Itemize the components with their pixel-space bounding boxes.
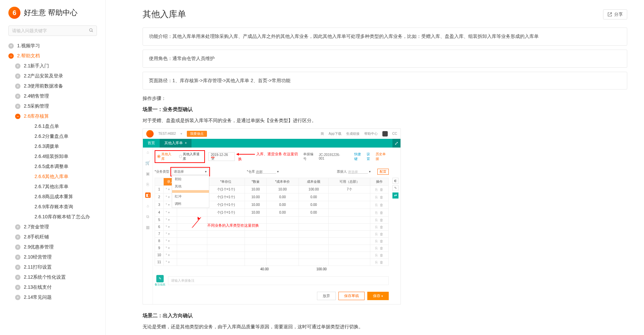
svg-line-1 [92,31,93,32]
row-delete-icon[interactable]: 🗑 [380,232,383,236]
nav-item-2-6-9[interactable]: 2.6.9库存账本查询 [8,202,97,212]
ss-config-button[interactable]: 配置 [377,169,389,175]
nav-item-2-10[interactable]: +2.10经营管理 [8,252,97,262]
row-copy-icon[interactable]: ⎘ [375,195,378,199]
row-delete-icon[interactable]: 🗑 [380,225,383,229]
nav-item-2-8[interactable]: +2.8手机旺铺 [8,232,97,242]
nav-item-2-5[interactable]: +2.5采购管理 [8,101,97,111]
ss-biz-select[interactable]: 请选择▾ [172,168,209,175]
nav-item-2-6-6[interactable]: 2.6.6其他入库单 [8,172,97,182]
row-delete-icon[interactable]: 🗑 [380,260,383,264]
ss-link-quick[interactable]: 快捷键 [354,152,364,161]
plus-icon: + [15,94,20,99]
ss-note-input[interactable]: 请输入单据备注 [168,276,389,285]
ss-tab-expand[interactable]: ⤢ [392,139,400,148]
nav-item-2-6-2[interactable]: 2.6.2分量盘点单 [8,131,97,142]
plus-icon: + [15,285,20,290]
nav-item-2-12[interactable]: +2.12系统个性化设置 [8,272,97,282]
table-row: 7* ▾⎘🗑 [155,230,389,237]
ss-radio-in[interactable]: 其他入库 [157,152,174,161]
ss-dd-i1[interactable]: 初始 [172,175,209,183]
nav-item-2-11[interactable]: +2.11打印设置 [8,262,97,272]
nav-item-2-6-4[interactable]: 2.6.4组装拆卸单 [8,152,97,162]
table-row: 5* ▾⎘🗑 [155,216,389,223]
nav-item-2-7[interactable]: +2.7资金管理 [8,222,97,232]
scene1-text: 对于受赠、盘盈或是拆装入库等不同的业务，是通过单据头【业务类型】进行区分。 [143,116,627,125]
row-copy-icon[interactable]: ⎘ [375,211,378,215]
nav-item-2-6-5[interactable]: 2.6.5成本调整单 [8,162,97,172]
nav-item-2-9[interactable]: +2.9优惠券管理 [8,242,97,252]
row-delete-icon[interactable]: 🗑 [380,218,383,222]
nav-item-2-6-10[interactable]: 2.6.10库存账本错了怎么办 [8,212,97,222]
ss-link-history[interactable]: 历史单据 [376,152,389,161]
ss-top-help[interactable]: 帮助中心 [364,131,378,136]
note-icon[interactable]: ✎ [156,275,164,282]
close-icon[interactable]: × [185,141,187,145]
row-delete-icon[interactable]: 🗑 [380,195,383,199]
ss-tab-current[interactable]: 其他入库单× [160,139,192,148]
nav-item-2-14[interactable]: +2.14常见问题 [8,292,97,302]
ss-toolbar: 其他入库 其他入库退库 2019-12-26 📅 入库、退货业务 在这里切换 单… [143,148,400,166]
row-copy-icon[interactable]: ⎘ [375,225,378,229]
ss-link-set[interactable]: 设置 [367,152,373,161]
ss-r-icon-3[interactable]: ⇄ [392,192,398,199]
ss-wh-label: *仓库 [247,169,255,174]
table-row: 6* ▾⎘🗑 [155,223,389,230]
ss-tip-button[interactable]: 我要做点 [187,131,207,137]
share-label: 分享 [614,11,623,17]
share-button[interactable]: 分享 [603,9,627,19]
nav-item-2-3[interactable]: +2.3使用前数据准备 [8,81,97,91]
minus-icon: − [15,114,20,119]
ss-r-icon-1[interactable]: ◐ [392,178,398,184]
ss-wh-val[interactable]: 总部 [256,170,276,174]
ss-top-app[interactable]: App下载 [329,131,341,136]
nav-item-2-6-3[interactable]: 2.6.3调拨单 [8,142,97,152]
row-copy-icon[interactable]: ⎘ [375,246,378,250]
nav-item-2-2[interactable]: +2.2产品安装及登录 [8,71,97,81]
row-copy-icon[interactable]: ⎘ [375,239,378,243]
row-copy-icon[interactable]: ⎘ [375,232,378,236]
ss-date-field[interactable]: 2019-12-26 📅 [208,152,234,161]
nav-item-video[interactable]: +1.视频学习 [8,41,97,51]
nav-item-2-13[interactable]: +2.13在线支付 [8,282,97,292]
nav-item-2-6-7[interactable]: 2.6.7其他出库单 [8,182,97,192]
nav-item-2-1[interactable]: +2.1新手入门 [8,61,97,71]
ss-ticket-val[interactable]: 请选择 [348,170,368,174]
ss-save-button[interactable]: 保存 [367,292,389,300]
ss-dd-i3[interactable] [172,190,209,193]
ss-dd-i4[interactable]: 红冲 [172,193,209,200]
row-delete-icon[interactable]: 🗑 [380,203,383,207]
search-input[interactable] [8,25,97,36]
nav-item-docs[interactable]: −2.帮助文档 [8,51,97,61]
ss-dd-i2[interactable]: 其他 [172,183,209,190]
ss-top-gen[interactable]: 生成链接 [346,131,360,136]
ss-dd-i5[interactable]: 调料 [172,200,209,208]
ss-top-jian[interactable]: 简 [321,131,324,136]
row-delete-icon[interactable]: 🗑 [380,187,383,191]
row-delete-icon[interactable]: 🗑 [380,239,383,243]
box-icon[interactable]: ▣ [145,171,151,176]
ss-draft-button[interactable]: 保存草稿 [338,292,365,300]
ss-radio-return[interactable]: 其他入库退库 [179,152,203,161]
row-copy-icon[interactable]: ⎘ [375,187,378,191]
nav-item-2-6-8[interactable]: 2.6.8商品成本重算 [8,192,97,202]
nav-item-2-4[interactable]: +2.4销售管理 [8,91,97,101]
table-row: 4* ▾个(1个=1个)10.000.000.00⎘🗑 [155,209,389,216]
ss-r-icon-2[interactable]: ✎ [392,185,398,191]
row-copy-icon[interactable]: ⎘ [375,218,378,222]
info-role: 使用角色：通常由仓管人员维护 [143,50,627,68]
search-icon[interactable] [89,28,94,34]
avatar-icon[interactable] [382,131,388,136]
ss-tab-home[interactable]: 首页 [143,139,160,148]
row-delete-icon[interactable]: 🗑 [380,211,383,215]
row-delete-icon[interactable]: 🗑 [380,253,383,257]
nav-item-2-6[interactable]: −2.6库存核算 [8,111,97,121]
ss-cancel-button[interactable]: 放弃 [317,292,336,300]
th-amount: 成本金额 [299,178,329,185]
row-delete-icon[interactable]: 🗑 [380,246,383,250]
row-copy-icon[interactable]: ⎘ [375,253,378,257]
row-copy-icon[interactable]: ⎘ [375,203,378,207]
ss-order-label: 单据编号 [303,152,316,161]
row-copy-icon[interactable]: ⎘ [375,260,378,264]
nav-item-2-6-1[interactable]: 2.6.1盘点单 [8,121,97,131]
